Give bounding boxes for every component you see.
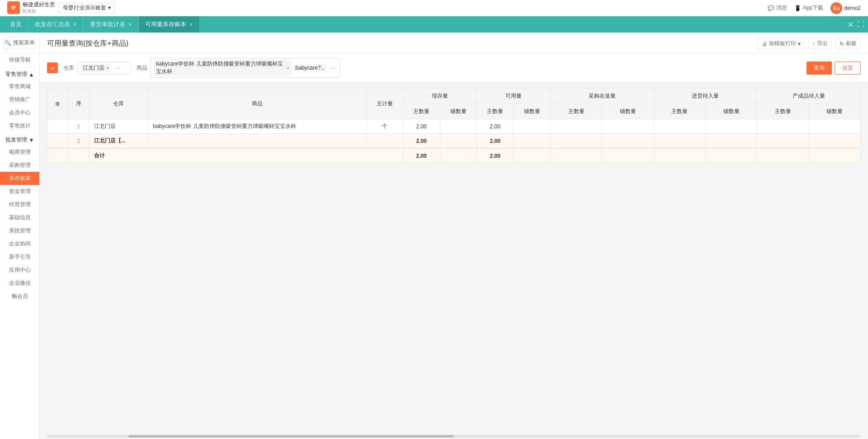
logo-text: 畅捷通好生意 bbox=[23, 1, 55, 8]
query-btn[interactable]: 查询 bbox=[807, 61, 832, 75]
page-title: 可用量查询(按仓库+商品) bbox=[47, 39, 128, 48]
industry-selector[interactable]: 母婴行业演示账套 ▾ bbox=[59, 3, 115, 13]
sidebar-item-app-center[interactable]: 应用中心 bbox=[0, 264, 39, 277]
th-avail-aux: 辅数量 bbox=[514, 104, 550, 119]
sidebar-item-quick-nav[interactable]: 快捷导航 bbox=[0, 53, 39, 67]
wholesale-expand-icon: ▼ bbox=[29, 137, 34, 143]
th-gear[interactable]: ⚙ bbox=[47, 89, 68, 119]
row1-no: 1 bbox=[68, 119, 89, 134]
th-no: 序 bbox=[68, 89, 89, 119]
user-area[interactable]: Ea demo2 bbox=[830, 2, 861, 14]
product-input[interactable]: babycare学饮杯 儿童防摔防撞吸管杯重力球吸嘴杯宝宝水杯 ✕ babyca… bbox=[150, 58, 340, 78]
product-tag-2: babycare?... bbox=[293, 64, 327, 71]
footer-empty1 bbox=[47, 148, 68, 163]
app-download-btn[interactable]: 📱 App下载 bbox=[794, 4, 823, 12]
footer-avail-main: 2.00 bbox=[476, 148, 513, 163]
filter-actions: 查询 设置 bbox=[807, 61, 861, 75]
sidebar-item-basic-info[interactable]: 基础信息 bbox=[0, 211, 39, 224]
sidebar-item-retail-stats[interactable]: 零售统计 bbox=[0, 119, 39, 132]
tab-available-stock[interactable]: 可用量库存账本 ✕ bbox=[139, 16, 200, 33]
row1-unit: 个 bbox=[366, 119, 403, 134]
refresh-btn[interactable]: ↻ 刷新 bbox=[835, 38, 861, 49]
row1-avail-main: 2.00 bbox=[476, 119, 513, 134]
row2-expand[interactable] bbox=[47, 134, 68, 149]
warehouse-more-icon[interactable]: ··· bbox=[115, 64, 120, 71]
sidebar-item-inventory[interactable]: 库存核算 bbox=[0, 172, 39, 185]
product-more-icon[interactable]: ··· bbox=[330, 64, 336, 71]
close-all-tabs-btn[interactable]: ✕ bbox=[848, 20, 854, 29]
sidebar-item-management[interactable]: 经营管理 bbox=[0, 198, 39, 211]
row2-production-aux bbox=[809, 134, 860, 149]
scroll-thumb[interactable] bbox=[128, 435, 454, 438]
sidebar-item-finance[interactable]: 资金管理 bbox=[0, 185, 39, 198]
tab-home[interactable]: 首页 bbox=[4, 16, 28, 33]
export-label: 导出 bbox=[817, 40, 828, 47]
tab-available-stock-close[interactable]: ✕ bbox=[189, 22, 193, 28]
search-icon: 🔍 bbox=[5, 40, 11, 46]
sidebar-item-collab[interactable]: 企业协同 bbox=[0, 237, 39, 250]
row1-warehouse: 江北门店 bbox=[89, 119, 148, 134]
th-purchase-transit-group: 采购在途量 bbox=[550, 89, 654, 104]
scroll-bar[interactable] bbox=[40, 434, 868, 439]
filter-area: » 仓库 江北门店 ✕ ··· 商品 babycare学饮杯 儿童防摔防撞吸管杯… bbox=[40, 53, 868, 83]
product-filter-label: 商品 bbox=[137, 64, 147, 72]
table-row: 2 江北门店【... 2.00 2.00 bbox=[47, 134, 861, 149]
row1-stock-aux bbox=[440, 119, 476, 134]
sidebar-item-purchase[interactable]: 采购管理 bbox=[0, 159, 39, 172]
sidebar-item-retail-mall[interactable]: 零售商城 bbox=[0, 80, 39, 93]
sidebar-item-guide[interactable]: 新手引导 bbox=[0, 250, 39, 264]
th-stock-main: 主数量 bbox=[403, 104, 440, 119]
th-unit: 主计量 bbox=[366, 89, 403, 119]
settings-btn[interactable]: 设置 bbox=[835, 61, 861, 75]
row2-avail-aux bbox=[514, 134, 550, 149]
sidebar-search[interactable]: 🔍 搜索菜单 bbox=[0, 33, 39, 53]
th-incoming-group: 进货待入量 bbox=[654, 89, 757, 104]
sidebar-item-marketing[interactable]: 营销推广 bbox=[0, 93, 39, 106]
scroll-track[interactable] bbox=[47, 435, 861, 438]
tab-summary-close[interactable]: ✕ bbox=[73, 22, 77, 28]
th-purchase-main: 主数量 bbox=[550, 104, 602, 119]
footer-purchase-aux bbox=[602, 148, 654, 163]
footer-stock-aux bbox=[440, 148, 476, 163]
sidebar-item-ecommerce[interactable]: 电商管理 bbox=[0, 146, 39, 159]
row1-production-main bbox=[757, 119, 809, 134]
page-content: 可用量查询(按仓库+商品) 🖨 按模板打印 ▾ ↑ 导出 ↻ 刷新 » bbox=[40, 33, 868, 439]
message-btn[interactable]: 💬 消息 bbox=[768, 4, 787, 12]
tab-summary[interactable]: 收发存汇总表 ✕ bbox=[28, 16, 84, 33]
top-bar-right: 💬 消息 📱 App下载 Ea demo2 bbox=[768, 2, 861, 14]
export-btn[interactable]: ↑ 导出 bbox=[808, 38, 832, 49]
sidebar-section-wholesale[interactable]: 批发管理 ▼ bbox=[0, 132, 39, 146]
row1-purchase-aux bbox=[602, 119, 654, 134]
th-stock-group: 现存量 bbox=[403, 89, 477, 104]
message-icon: 💬 bbox=[768, 5, 774, 11]
sidebar-item-system[interactable]: 系统管理 bbox=[0, 224, 39, 237]
footer-empty2 bbox=[68, 148, 89, 163]
sidebar-item-member[interactable]: 畅会员 bbox=[0, 290, 39, 303]
th-product: 商品 bbox=[148, 89, 366, 119]
sidebar-item-members[interactable]: 会员中心 bbox=[0, 106, 39, 119]
product-tag-1-close[interactable]: ✕ bbox=[286, 66, 290, 71]
top-bar: 好 畅捷通好生意 标准版 母婴行业演示账套 ▾ 💬 消息 📱 App下载 Ea … bbox=[0, 0, 868, 16]
table-footer-row: 合计 2.00 2.00 bbox=[47, 148, 861, 163]
warehouse-tag-close[interactable]: ✕ bbox=[106, 66, 109, 71]
table-container[interactable]: ⚙ 序 仓库 商品 主计量 现存量 可用量 采购在途量 进货待入量 产成品待入量 bbox=[40, 83, 868, 434]
sidebar-item-enterprise-wechat[interactable]: 企业微信 bbox=[0, 277, 39, 290]
print-btn[interactable]: 🖨 按模板打印 ▾ bbox=[758, 38, 805, 49]
warehouse-input[interactable]: 江北门店 ✕ ··· bbox=[77, 62, 131, 74]
table-row: 1 江北门店 babycare学饮杯 儿童防摔防撞吸管杯重力球吸嘴杯宝宝水杯 个… bbox=[47, 119, 861, 134]
expand-btn[interactable]: ⛶ bbox=[857, 20, 864, 28]
retail-expand-icon: ▲ bbox=[29, 71, 34, 78]
row2-avail-main: 2.00 bbox=[476, 134, 513, 149]
refresh-icon: ↻ bbox=[840, 41, 844, 47]
filter-toggle-btn[interactable]: » bbox=[47, 62, 58, 73]
top-bar-left: 好 畅捷通好生意 标准版 母婴行业演示账套 ▾ bbox=[7, 1, 115, 14]
tab-order-stats[interactable]: 要货单统计表 ✕ bbox=[84, 16, 139, 33]
avatar: Ea bbox=[830, 2, 842, 14]
row1-avail-aux bbox=[514, 119, 550, 134]
row1-expand[interactable] bbox=[47, 119, 68, 134]
warehouse-tag-value: 江北门店 bbox=[83, 64, 104, 72]
search-menu-btn[interactable]: 🔍 搜索菜单 bbox=[4, 36, 36, 49]
sidebar-section-retail[interactable]: 零售管理 ▲ bbox=[0, 67, 39, 80]
row1-incoming-aux bbox=[705, 119, 757, 134]
tab-order-stats-close[interactable]: ✕ bbox=[128, 22, 132, 28]
